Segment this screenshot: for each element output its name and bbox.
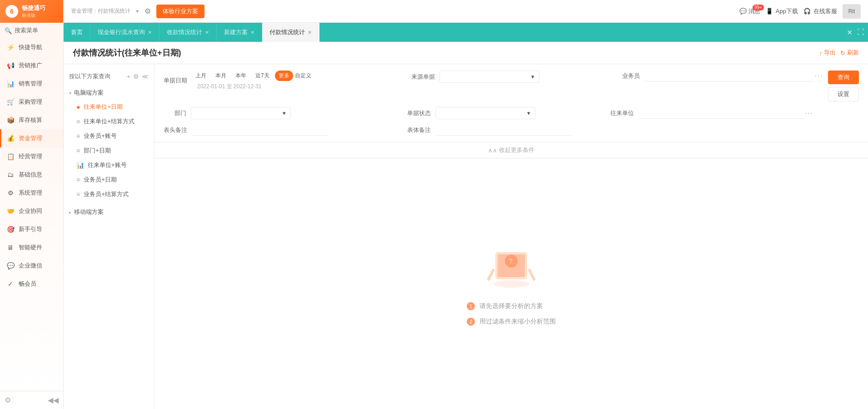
trial-button[interactable]: 体验行业方案 xyxy=(156,5,205,18)
source-voucher-select[interactable]: ▾ xyxy=(439,71,539,83)
sidebar-item-enterprise[interactable]: 🤝 企业协同 xyxy=(0,202,63,220)
sidebar-item-label-finance: 资金管理 xyxy=(19,134,42,142)
scheme-item-dept-date[interactable]: ≡ 部门+日期 xyxy=(64,143,154,158)
tab-close-bank-flow[interactable]: ✕ xyxy=(148,30,152,35)
tab-payment-stats[interactable]: 付款情况统计✕ xyxy=(262,23,319,42)
tab-home[interactable]: 首页 xyxy=(64,23,90,42)
collapse-scheme-icon[interactable]: ≪ xyxy=(142,73,149,80)
voucher-status-select[interactable]: ▾ xyxy=(435,107,535,119)
collapse-icon: ∧∧ xyxy=(488,147,497,154)
sidebar-item-basic-info[interactable]: 🗂 基础信息 xyxy=(0,166,63,184)
sidebar-item-icon-wechat: 💬 xyxy=(6,261,15,270)
sidebar-item-finance[interactable]: 💰 资金管理 xyxy=(0,129,63,147)
collapse-conditions-button[interactable]: ∧∧ 收起更多条件 xyxy=(488,146,534,154)
tab-close-receipt-stats[interactable]: ✕ xyxy=(205,30,209,35)
sidebar-item-label-basic-info: 基础信息 xyxy=(19,171,42,179)
scheme-group-mobile: ▸ 移动端方案 xyxy=(64,203,154,221)
staff-input[interactable] xyxy=(644,71,814,81)
tab-new-scheme[interactable]: 新建方案✕ xyxy=(217,23,262,42)
header-remark-label: 表头备注 xyxy=(164,126,192,134)
sidebar-bottom: ⚙ ◀◀ xyxy=(0,391,63,409)
voucher-status-label: 单据状态 xyxy=(407,109,435,117)
topbar-chevron-down[interactable]: ▾ xyxy=(136,8,139,15)
filter-row-3: 表头备注 表体备注 xyxy=(164,125,859,136)
sidebar-item-quick-nav[interactable]: ⚡ 快捷导航 xyxy=(0,38,63,56)
query-button[interactable]: 查询 xyxy=(828,71,859,84)
scheme-item-staff-settle[interactable]: ≡ 业务员+结算方式 xyxy=(64,187,154,202)
date-this-month[interactable]: 本月 xyxy=(212,71,230,81)
close-window-icon[interactable]: ✕ xyxy=(847,28,853,37)
staff-label: 业务员 xyxy=(617,72,644,80)
source-voucher-chevron: ▾ xyxy=(531,73,534,80)
sidebar-item-icon-sales: 📊 xyxy=(6,79,15,88)
partner-input[interactable] xyxy=(639,108,805,119)
sidebar-item-label-sys-mgmt: 系统管理 xyxy=(19,189,42,197)
sidebar-item-guide[interactable]: 🎯 新手引导 xyxy=(0,220,63,238)
content-layout: 按以下方案查询 + ⚙ ≪ ▾ 电脑端方案 ● 往来单位+日期 ≡ 往来单位+结… xyxy=(64,64,868,409)
date-this-year[interactable]: 本年 xyxy=(232,71,250,81)
sidebar-item-hardware[interactable]: 🖥 智能硬件 xyxy=(0,238,63,257)
sidebar-item-operation[interactable]: 📋 经营管理 xyxy=(0,147,63,166)
date-range-display: 2022-01-01 至 2022-12-31 xyxy=(197,83,261,90)
online-service-button[interactable]: 🎧 在线客服 xyxy=(803,7,837,15)
scheme-item-partner-account[interactable]: 📊 往来单位+账号 xyxy=(64,158,154,172)
scheme-item-partner-settle[interactable]: ≡ 往来单位+结算方式 xyxy=(64,114,154,129)
app-download-button[interactable]: 📱 App下载 xyxy=(766,7,798,15)
body-remark-input[interactable] xyxy=(435,125,572,136)
scheme-group-header-desktop[interactable]: ▾ 电脑端方案 xyxy=(64,86,154,100)
page-inner: 付款情况统计(往来单位+日期) ↑ 导出 ↻ 刷新 xyxy=(64,42,868,409)
sidebar-item-icon-membership: ✓ xyxy=(6,279,15,288)
header-remark-input[interactable] xyxy=(192,125,328,136)
sidebar-item-icon-enterprise: 🤝 xyxy=(6,207,15,216)
tab-label-receipt-stats: 收款情况统计 xyxy=(167,28,202,36)
collapse-sidebar-icon[interactable]: ◀◀ xyxy=(48,396,59,404)
tab-close-payment-stats[interactable]: ✕ xyxy=(308,30,312,35)
sidebar-item-membership[interactable]: ✓ 畅会员 xyxy=(0,275,63,293)
topbar-gear[interactable]: ⚙ xyxy=(145,7,151,15)
partner-more-icon[interactable]: ··· xyxy=(805,109,813,117)
scheme-item-label-partner-date: 往来单位+日期 xyxy=(84,103,123,111)
dept-select[interactable]: ▾ xyxy=(191,107,291,119)
date-last-month[interactable]: 上月 xyxy=(192,71,210,81)
notification-button[interactable]: 💬 消息 99+ xyxy=(739,7,760,15)
tab-label-new-scheme: 新建方案 xyxy=(224,28,248,36)
scheme-settings-icon[interactable]: ⚙ xyxy=(133,73,139,80)
search-menu[interactable]: 🔍 搜索菜单 xyxy=(0,23,63,38)
date-more[interactable]: 更多 xyxy=(275,71,293,81)
sidebar-item-label-purchase: 采购管理 xyxy=(19,98,42,106)
date-last-7[interactable]: 近7天 xyxy=(252,71,273,81)
tab-receipt-stats[interactable]: 收款情况统计✕ xyxy=(160,23,217,42)
add-scheme-icon[interactable]: + xyxy=(127,73,130,80)
sidebar-item-wechat[interactable]: 💬 企业微信 xyxy=(0,257,63,275)
scheme-item-partner-date[interactable]: ● 往来单位+日期 xyxy=(64,100,154,114)
sidebar-item-icon-purchase: 🛒 xyxy=(6,97,15,106)
refresh-button[interactable]: ↻ 刷新 xyxy=(840,49,859,57)
sidebar-item-icon-basic-info: 🗂 xyxy=(6,170,15,179)
sidebar-item-label-wechat: 企业微信 xyxy=(19,262,42,270)
sidebar-item-label-marketing: 营销推广 xyxy=(19,61,42,70)
scheme-panel: 按以下方案查询 + ⚙ ≪ ▾ 电脑端方案 ● 往来单位+日期 ≡ 往来单位+结… xyxy=(64,64,155,409)
collapse-bar: ∧∧ 收起更多条件 xyxy=(155,142,868,158)
staff-more-icon[interactable]: ··· xyxy=(815,72,823,80)
tab-bank-flow[interactable]: 现金银行流水查询✕ xyxy=(90,23,160,42)
scheme-item-label-partner-settle: 往来单位+结算方式 xyxy=(84,117,135,126)
export-button[interactable]: ↑ 导出 xyxy=(819,49,836,57)
settings-button[interactable]: 设置 xyxy=(828,87,859,101)
refresh-icon: ↻ xyxy=(840,50,845,56)
sidebar-item-sys-mgmt[interactable]: ⚙ 系统管理 xyxy=(0,184,63,202)
sidebar-item-inventory[interactable]: 📦 库存核算 xyxy=(0,111,63,129)
sidebar-item-purchase[interactable]: 🛒 采购管理 xyxy=(0,93,63,111)
date-custom[interactable]: 自定义 xyxy=(295,72,311,80)
tab-close-new-scheme[interactable]: ✕ xyxy=(250,30,254,35)
settings-bottom-icon[interactable]: ⚙ xyxy=(5,396,11,404)
scheme-item-staff-date[interactable]: ≡ 业务员+日期 xyxy=(64,172,154,187)
sidebar-item-sales[interactable]: 📊 销售管理 xyxy=(0,75,63,93)
scheme-item-icon-partner-date: ● xyxy=(76,103,80,111)
maximize-window-icon[interactable]: ⛶ xyxy=(857,28,864,36)
user-avatar[interactable]: Rit xyxy=(843,4,861,19)
sidebar-item-icon-hardware: 🖥 xyxy=(6,243,15,252)
sidebar-item-marketing[interactable]: 📢 营销推广 xyxy=(0,56,63,75)
window-controls: ✕ ⛶ xyxy=(843,23,868,42)
scheme-group-header-mobile[interactable]: ▸ 移动端方案 xyxy=(64,205,154,219)
scheme-item-staff-account[interactable]: ≡ 业务员+账号 xyxy=(64,129,154,143)
